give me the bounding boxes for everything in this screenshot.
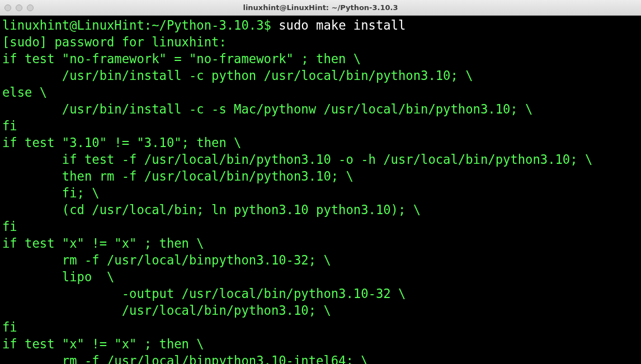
prompt-sigil: $ [264,18,271,32]
terminal-output: [sudo] password for linuxhint: if test "… [2,35,592,364]
window-title: linuxhint@LinuxHint: ~/Python-3.10.3 [243,3,398,12]
window-controls [4,4,34,11]
prompt-path: ~/Python-3.10.3 [152,18,263,32]
minimize-icon[interactable] [16,4,22,11]
prompt-sep: : [144,18,152,32]
command-input[interactable]: sudo make install [279,18,406,32]
titlebar[interactable]: linuxhint@LinuxHint: ~/Python-3.10.3 [0,0,641,16]
close-icon[interactable] [4,4,11,11]
terminal-window: linuxhint@LinuxHint: ~/Python-3.10.3 lin… [0,0,641,364]
maximize-icon[interactable] [27,4,34,11]
prompt-user-host: linuxhint@LinuxHint [2,18,144,32]
terminal-viewport[interactable]: linuxhint@LinuxHint:~/Python-3.10.3$ sud… [0,16,641,364]
